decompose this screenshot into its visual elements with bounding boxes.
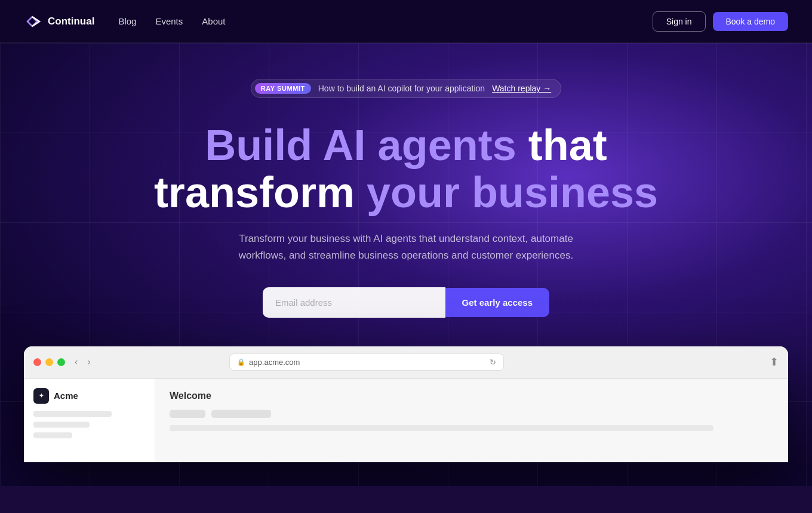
sk-box-1 bbox=[170, 410, 205, 418]
nav-left: Continual Blog Events About bbox=[24, 12, 225, 31]
headline-white-2: transform bbox=[154, 168, 367, 216]
nav-link-blog[interactable]: Blog bbox=[118, 16, 136, 26]
logo-text: Continual bbox=[48, 16, 94, 27]
logo[interactable]: Continual bbox=[24, 12, 94, 31]
browser-main: Welcome bbox=[155, 379, 788, 462]
address-text: app.acme.com bbox=[249, 358, 300, 367]
ray-summit-badge: RAY SUMMIT bbox=[255, 83, 311, 94]
app-name: Acme bbox=[54, 391, 78, 401]
sk-2 bbox=[33, 422, 90, 428]
hero-subtext: Transform your business with AI agents t… bbox=[215, 231, 597, 263]
browser-sidebar: ✦ Acme bbox=[24, 379, 155, 462]
content-skeletons bbox=[170, 410, 774, 418]
lock-icon: 🔒 bbox=[237, 358, 245, 366]
sk-box-2 bbox=[211, 410, 271, 418]
back-arrow[interactable]: ‹ bbox=[72, 355, 80, 368]
early-access-button[interactable]: Get early access bbox=[445, 288, 549, 317]
navigation: Continual Blog Events About Sign in Book… bbox=[0, 0, 812, 43]
welcome-text: Welcome bbox=[170, 391, 774, 401]
share-icon[interactable]: ⬆ bbox=[770, 355, 779, 368]
tl-red bbox=[33, 358, 41, 366]
forward-arrow[interactable]: › bbox=[85, 355, 93, 368]
browser-mockup-wrapper: ‹ › 🔒 app.acme.com ↻ ⬆ ✦ Acme bbox=[24, 346, 788, 462]
tl-green bbox=[57, 358, 65, 366]
browser-body: ✦ Acme Welcome bbox=[24, 379, 788, 462]
nav-links: Blog Events About bbox=[118, 16, 225, 27]
email-input[interactable] bbox=[263, 287, 445, 318]
sk-1 bbox=[33, 411, 112, 417]
hero-headline: Build AI agents that transform your busi… bbox=[154, 122, 658, 216]
banner-text: How to build an AI copilot for your appl… bbox=[318, 84, 485, 93]
logo-icon bbox=[24, 12, 43, 31]
cta-row: Get early access bbox=[263, 287, 549, 318]
headline-white-1: that bbox=[516, 121, 607, 169]
browser-mockup: ‹ › 🔒 app.acme.com ↻ ⬆ ✦ Acme bbox=[24, 346, 788, 462]
browser-chrome: ‹ › 🔒 app.acme.com ↻ ⬆ bbox=[24, 346, 788, 379]
traffic-lights bbox=[33, 358, 65, 366]
nav-arrows: ‹ › bbox=[72, 355, 93, 368]
headline-purple-1: Build AI agents bbox=[205, 121, 516, 169]
refresh-icon[interactable]: ↻ bbox=[490, 358, 496, 367]
address-bar[interactable]: 🔒 app.acme.com ↻ bbox=[229, 354, 504, 371]
sk-3 bbox=[33, 432, 72, 438]
banner-pill: RAY SUMMIT How to build an AI copilot fo… bbox=[251, 79, 561, 98]
signin-button[interactable]: Sign in bbox=[653, 11, 706, 32]
app-logo-icon: ✦ bbox=[33, 388, 49, 404]
watch-replay-link[interactable]: Watch replay → bbox=[492, 84, 551, 93]
sidebar-skeleton bbox=[33, 411, 145, 438]
app-brand: ✦ Acme bbox=[33, 388, 145, 404]
nav-right: Sign in Book a demo bbox=[653, 11, 788, 32]
nav-link-about[interactable]: About bbox=[202, 16, 225, 26]
headline-purple-2: your business bbox=[367, 168, 658, 216]
hero-content: RAY SUMMIT How to build an AI copilot fo… bbox=[24, 79, 788, 318]
hero-section: RAY SUMMIT How to build an AI copilot fo… bbox=[0, 43, 812, 486]
sk-line-1 bbox=[170, 425, 713, 431]
book-demo-button[interactable]: Book a demo bbox=[713, 12, 789, 31]
tl-yellow bbox=[45, 358, 53, 366]
nav-link-events[interactable]: Events bbox=[155, 16, 183, 26]
